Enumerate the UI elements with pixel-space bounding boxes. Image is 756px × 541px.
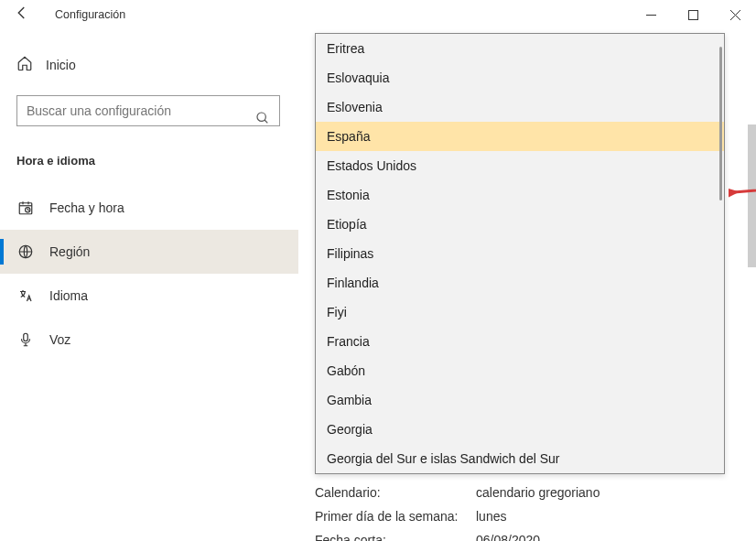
dropdown-item[interactable]: Estados Unidos — [316, 151, 724, 180]
nav-label: Región — [49, 244, 90, 259]
nav-label: Fecha y hora — [49, 200, 124, 215]
info-value: calendario gregoriano — [476, 485, 599, 509]
search-box[interactable] — [16, 95, 280, 126]
nav-item-fecha-y-hora[interactable]: Fecha y hora — [0, 186, 298, 230]
nav-item-idioma[interactable]: Idioma — [0, 274, 298, 318]
close-button[interactable] — [714, 0, 756, 29]
search-input[interactable] — [17, 103, 279, 118]
info-label: Calendario: — [315, 485, 476, 509]
nav-icon — [16, 243, 35, 260]
dropdown-item[interactable]: Georgia — [316, 415, 724, 444]
dropdown-item[interactable]: España — [316, 122, 724, 151]
home-icon — [16, 55, 33, 75]
info-value: 06/08/2020 — [476, 533, 540, 541]
info-row: Fecha corta:06/08/2020 — [315, 533, 599, 541]
dropdown-item[interactable]: Georgia del Sur e islas Sandwich del Sur — [316, 444, 724, 473]
dropdown-item[interactable]: Estonia — [316, 180, 724, 210]
maximize-button[interactable] — [672, 0, 714, 29]
minimize-button[interactable] — [630, 0, 672, 29]
dropdown-item[interactable]: Eslovaquia — [316, 63, 724, 92]
info-row: Primer día de la semana:lunes — [315, 509, 599, 533]
info-label: Primer día de la semana: — [315, 509, 476, 533]
dropdown-item[interactable]: Etiopía — [316, 210, 724, 239]
svg-line-12 — [27, 210, 29, 211]
dropdown-item[interactable]: Finlandia — [316, 268, 724, 298]
back-button[interactable] — [0, 5, 44, 26]
info-label: Fecha corta: — [315, 533, 476, 541]
nav-icon — [16, 287, 35, 304]
info-row: Calendario:calendario gregoriano — [315, 485, 599, 509]
svg-rect-14 — [24, 333, 28, 341]
svg-line-5 — [265, 120, 267, 123]
dropdown-item[interactable]: Francia — [316, 327, 724, 356]
svg-point-4 — [257, 113, 265, 121]
section-heading: Hora e idioma — [16, 154, 298, 168]
dropdown-scrollbar[interactable] — [719, 47, 722, 200]
home-button[interactable]: Inicio — [16, 55, 298, 75]
dropdown-item[interactable]: Eritrea — [316, 34, 724, 63]
svg-rect-1 — [688, 10, 697, 19]
nav-label: Idioma — [49, 288, 88, 303]
nav-label: Voz — [49, 332, 70, 347]
nav-icon — [16, 200, 35, 216]
dropdown-item[interactable]: Filipinas — [316, 239, 724, 268]
home-label: Inicio — [46, 58, 76, 72]
dropdown-item[interactable]: Gambia — [316, 385, 724, 415]
svg-rect-0 — [646, 15, 656, 16]
dropdown-item[interactable]: Fiyi — [316, 298, 724, 327]
dropdown-item[interactable]: Gabón — [316, 356, 724, 385]
dropdown-item[interactable]: Eslovenia — [316, 92, 724, 122]
country-dropdown-list[interactable]: EritreaEslovaquiaEsloveniaEspañaEstados … — [315, 33, 725, 474]
window-title: Configuración — [55, 8, 125, 21]
nav-icon — [16, 331, 35, 348]
nav-item-región[interactable]: Región — [0, 230, 298, 274]
info-value: lunes — [476, 509, 506, 533]
nav-item-voz[interactable]: Voz — [0, 318, 298, 362]
content-scrollbar[interactable] — [748, 124, 756, 267]
